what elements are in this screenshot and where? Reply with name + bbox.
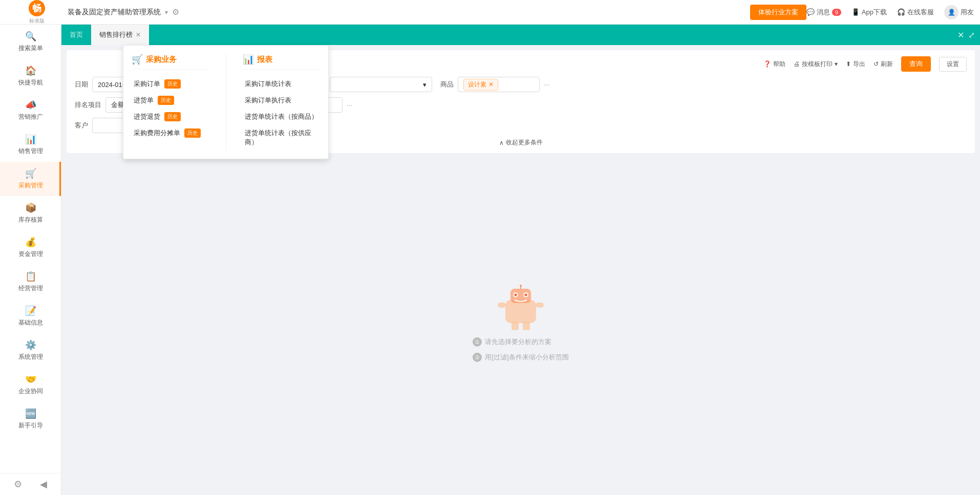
main-layout: 🔍 搜索菜单 🏠 快捷导航 📣 营销推广 📊 销售管理 🛒 采购管理 📦 库存核…	[0, 25, 980, 495]
user-item[interactable]: 👤 用友	[944, 5, 974, 19]
online-service-item[interactable]: 🎧 在线客服	[897, 8, 934, 17]
sidebar-item-capital[interactable]: 💰 资金管理	[0, 230, 61, 265]
messages-item[interactable]: 💬 消息 9	[806, 8, 841, 17]
goods-ellipsis[interactable]: ···	[544, 80, 550, 89]
empty-step-2: ② 用[过滤]条件来缩小分析范围	[473, 351, 568, 363]
dropdown-report-col: 📊 报表 采购订单统计表 采购订单执行表 进货单统计表（按商品） 进货单统计表（…	[243, 54, 321, 150]
system-dropdown-arrow[interactable]: ▾	[165, 9, 168, 16]
sidebar-item-inventory[interactable]: 📦 库存核算	[0, 196, 61, 230]
tab-expand-icon[interactable]: ⤢	[968, 30, 975, 40]
sidebar-label-purchase: 采购管理	[18, 181, 43, 190]
doc-status-select[interactable]: ▾	[330, 77, 432, 92]
svg-point-4	[515, 294, 517, 296]
svg-rect-10	[512, 322, 519, 330]
svg-rect-9	[536, 303, 544, 308]
export-btn[interactable]: ⬆ 导出	[846, 60, 865, 69]
dropdown-item-purchase-return[interactable]: 进货退货 历史	[132, 109, 209, 125]
dropdown-item-purchase-order[interactable]: 采购订单 历史	[132, 76, 209, 92]
sidebar-label-basicinfo: 基础信息	[18, 318, 43, 327]
sidebar-item-newbie[interactable]: 🆕 新手引导	[0, 402, 61, 436]
sidebar-label-inventory: 库存核算	[18, 216, 43, 224]
sidebar-label-capital: 资金管理	[18, 250, 43, 259]
app-download-item[interactable]: 📱 App下载	[851, 8, 887, 17]
sidebar-item-sales[interactable]: 📊 销售管理	[0, 127, 61, 162]
tab-close-all-icon[interactable]: ✕	[957, 30, 964, 40]
dropdown-item-goods-stat-by-supplier[interactable]: 进货单统计表（按供应商）	[243, 125, 321, 150]
sidebar-item-purchase[interactable]: 🛒 采购管理	[0, 162, 61, 196]
sidebar-label-search: 搜索菜单	[18, 44, 43, 53]
print-label: 按模板打印	[802, 60, 833, 69]
print-dropdown-icon[interactable]: ▾	[835, 60, 838, 68]
empty-tip1: 请先选择要分析的方案	[485, 336, 551, 348]
sidebar-label-marketing: 营销推广	[18, 113, 43, 121]
settings-btn[interactable]: 设置	[939, 57, 967, 72]
newbie-icon: 🆕	[25, 408, 36, 419]
search-icon: 🔍	[25, 31, 36, 42]
goods-label: 商品	[440, 80, 454, 89]
message-badge: 9	[832, 9, 841, 16]
goods-tag-text: 设计素	[468, 80, 486, 89]
tab-home-label: 首页	[70, 30, 83, 39]
purchase-col-title: 🛒 采购业务	[132, 54, 209, 70]
sidebar-item-search[interactable]: 🔍 搜索菜单	[0, 25, 61, 59]
refresh-btn[interactable]: ↺ 刷新	[874, 60, 893, 69]
tab-sales-ranking[interactable]: 销售排行榜 ✕	[91, 25, 149, 45]
query-btn[interactable]: 查询	[901, 56, 931, 72]
goods-select[interactable]: 设计素 ✕	[458, 77, 540, 92]
inventory-icon: 📦	[25, 202, 36, 213]
tab-close-icon[interactable]: ✕	[136, 31, 141, 38]
rank-item-label: 排名项目	[75, 100, 101, 110]
bottom-collapse-icon[interactable]: ◀	[40, 479, 47, 490]
sidebar-item-system[interactable]: ⚙️ 系统管理	[0, 333, 61, 368]
refresh-label: 刷新	[881, 60, 893, 69]
sidebar-item-operation[interactable]: 📋 经营管理	[0, 265, 61, 299]
empty-robot-svg	[495, 285, 546, 331]
system-title-text: 装备及固定资产辅助管理系统	[68, 8, 161, 17]
dropdown-item-purchase-order-stat[interactable]: 采购订单统计表	[243, 76, 321, 92]
industry-btn[interactable]: 体验行业方案	[750, 5, 806, 20]
sidebar-item-quicknav[interactable]: 🏠 快捷导航	[0, 59, 61, 93]
purchase-col-icon: 🛒	[132, 54, 143, 65]
staff-ellipsis[interactable]: ···	[347, 101, 353, 109]
dropdown-purchase-col: 🛒 采购业务 采购订单 历史 进货单 历史 进货退货 历史 采购费用分摊单	[132, 54, 209, 150]
collapse-label: 收起更多条件	[506, 138, 543, 147]
online-service-label: 在线客服	[907, 8, 934, 17]
sidebar-item-basicinfo[interactable]: 📝 基础信息	[0, 299, 61, 333]
goods-tag-close[interactable]: ✕	[488, 81, 494, 88]
content-area: 首页 销售排行榜 ✕ ✕ ⤢ ❓ 帮助	[61, 25, 980, 495]
empty-text: ① 请先选择要分析的方案 ② 用[过滤]条件来缩小分析范围	[473, 336, 568, 363]
purchase-order-stat-label: 采购订单统计表	[245, 79, 291, 89]
goods-group: 商品 设计素 ✕ ···	[440, 77, 550, 92]
purchase-order-exec-label: 采购订单执行表	[245, 96, 291, 105]
sidebar-bottom: ⚙ ◀	[0, 473, 61, 495]
sidebar-label-cooperation: 企业协同	[18, 387, 43, 396]
sidebar-item-cooperation[interactable]: 🤝 企业协同	[0, 368, 61, 402]
tab-home[interactable]: 首页	[61, 25, 91, 45]
bottom-settings-icon[interactable]: ⚙	[14, 479, 22, 490]
help-btn[interactable]: ❓ 帮助	[763, 60, 785, 69]
dropdown-item-purchase-order-exec[interactable]: 采购订单执行表	[243, 92, 321, 109]
purchase-order-label: 采购订单	[134, 79, 160, 89]
purchase-expense-history-badge: 历史	[184, 128, 201, 138]
sales-icon: 📊	[25, 134, 36, 145]
dropdown-item-purchase-expense[interactable]: 采购费用分摊单 历史	[132, 125, 209, 141]
empty-icon-area	[495, 285, 546, 326]
purchase-icon: 🛒	[25, 168, 36, 179]
dropdown-item-goods-stat-by-goods[interactable]: 进货单统计表（按商品）	[243, 109, 321, 125]
purchase-col-title-text: 采购业务	[146, 55, 177, 64]
cooperation-icon: 🤝	[25, 374, 36, 385]
tab-sales-ranking-label: 销售排行榜	[99, 30, 133, 39]
print-btn[interactable]: 🖨 按模板打印 ▾	[794, 60, 838, 69]
report-col-title-text: 报表	[257, 55, 272, 64]
headset-icon: 🎧	[897, 8, 905, 16]
goods-stat-by-goods-label: 进货单统计表（按商品）	[245, 112, 318, 121]
system-settings-icon[interactable]: ⚙	[172, 7, 179, 17]
purchase-expense-label: 采购费用分摊单	[134, 128, 180, 138]
header-right: 💬 消息 9 📱 App下载 🎧 在线客服 👤 用友	[806, 5, 974, 19]
help-icon: ❓	[763, 60, 771, 68]
sidebar-label-system: 系统管理	[18, 353, 43, 361]
dropdown-item-purchase-goods[interactable]: 进货单 历史	[132, 92, 209, 109]
sidebar-item-marketing[interactable]: 📣 营销推广	[0, 93, 61, 127]
export-icon: ⬆	[846, 60, 851, 68]
tabs-bar: 首页 销售排行榜 ✕ ✕ ⤢	[61, 25, 980, 45]
